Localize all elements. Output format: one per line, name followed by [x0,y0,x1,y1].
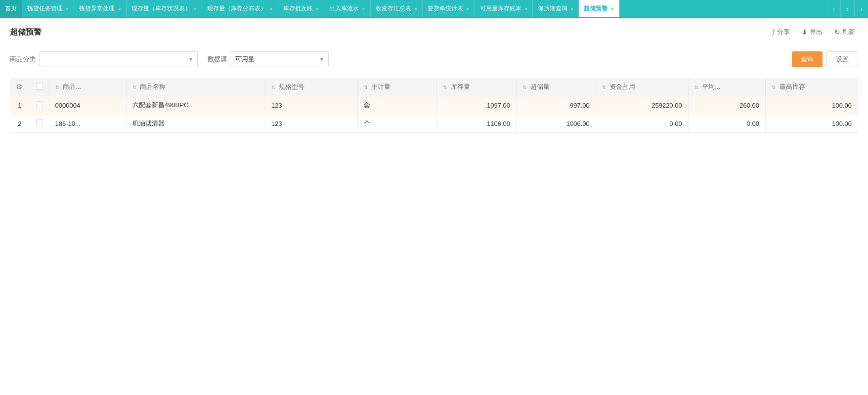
nav-tab-10-close[interactable]: × [570,6,573,12]
data-table: ⚙ ⇅ 商品... ⇅ 商品名称 ⇅ 规格型号 ⇅ [10,78,858,133]
nav-tab-8-close[interactable]: × [466,6,469,12]
cell-capital: 259220.00 [596,96,688,115]
col-product-name[interactable]: ⇅ 商品名称 [126,78,265,96]
nav-tab-3-label: 现存量（库存状况表） [131,4,191,13]
nav-tab-10[interactable]: 保质期查询 × [533,0,579,18]
nav-tab-1-label: 拣货任务管理 [27,4,63,13]
cell-unit: 个 [357,115,437,133]
nav-tab-5-label: 库存批次账 [283,4,313,13]
nav-tab-11-close[interactable]: × [610,6,613,12]
col-check-header [30,78,49,96]
col-overstock[interactable]: ⇅ 超储量 [517,78,596,96]
nav-tab-11[interactable]: 超储预警 × [579,0,619,18]
header-actions: ⤴ 分享 ⬇ 导出 ↻ 刷新 [769,26,858,39]
sort-icon-name: ⇅ [132,84,136,90]
nav-tab-5[interactable]: 库存批次账 × [278,0,324,18]
col-overstock-label: 超储量 [530,83,550,90]
cell-max-stock: 100.00 [766,115,858,133]
refresh-icon: ↻ [834,28,840,36]
col-product-code[interactable]: ⇅ 商品... [49,78,126,96]
nav-tab-home[interactable]: 首页 [0,0,22,18]
nav-tab-2[interactable]: 拣货异常处理 × [74,0,126,18]
row-check[interactable] [30,96,49,115]
page-content: 超储预警 ⤴ 分享 ⬇ 导出 ↻ 刷新 商品分类 ▾ 数据源 [0,18,868,395]
row-num: 1 [10,96,30,115]
sort-icon-avg: ⇅ [694,84,698,90]
nav-tab-1-close[interactable]: × [66,6,69,12]
datasource-label: 数据源 [208,55,227,64]
row-checkbox[interactable] [36,119,43,126]
filter-bar: 商品分类 ▾ 数据源 可用量 ▾ 查询 设置 [10,46,858,72]
nav-prev-btn[interactable]: ‹ [826,0,840,18]
nav-tab-9-close[interactable]: × [524,6,527,12]
sort-icon-stock: ⇅ [443,84,447,90]
col-spec-label: 规格型号 [279,83,304,90]
col-avg[interactable]: ⇅ 平均... [688,78,765,96]
nav-tab-4[interactable]: 现存量（库存分布表） × [202,0,278,18]
col-max-stock-label: 最高库存 [780,83,805,90]
share-button[interactable]: ⤴ 分享 [769,26,793,39]
col-stock[interactable]: ⇅ 库存量 [437,78,517,96]
cell-max-stock: 100.00 [766,96,858,115]
export-button[interactable]: ⬇ 导出 [799,26,825,39]
nav-tab-8[interactable]: 要货单统计表 × [423,0,475,18]
sort-icon-max: ⇅ [772,84,776,90]
nav-tab-7-close[interactable]: × [414,6,417,12]
category-arrow-icon: ▾ [189,56,192,63]
cell-unit: 套 [357,96,437,115]
cell-overstock: 1006.00 [517,115,596,133]
nav-tab-1[interactable]: 拣货任务管理 × [22,0,74,18]
nav-tab-6-label: 出入库流水 [329,4,359,13]
nav-tab-3-close[interactable]: × [194,6,197,12]
cell-avg: 260.00 [688,96,765,115]
cell-product-code: 0000004 [49,96,126,115]
sort-icon-spec: ⇅ [271,84,275,90]
table-row: 2 186-10... 机油滤清器 123 个 1106.00 1006.00 … [10,115,858,133]
select-all-checkbox[interactable] [36,83,43,90]
datasource-select[interactable]: 可用量 ▾ [230,51,329,67]
query-button[interactable]: 查询 [792,51,823,67]
row-checkbox[interactable] [36,101,43,108]
nav-tab-home-label: 首页 [5,4,17,13]
filter-actions: 查询 设置 [792,51,858,67]
nav-tab-10-label: 保质期查询 [538,4,567,13]
settings-gear-icon[interactable]: ⚙ [16,82,22,91]
nav-tab-6-close[interactable]: × [362,6,365,12]
nav-tab-7[interactable]: 收发存汇总表 × [371,0,423,18]
nav-arrows: ‹ › › [826,0,868,18]
nav-tab-2-close[interactable]: × [118,6,121,12]
nav-tab-6[interactable]: 出入库流水 × [324,0,370,18]
nav-more-btn[interactable]: › [854,0,868,18]
sort-icon-code: ⇅ [55,84,59,90]
col-gear: ⚙ [10,78,30,96]
share-label: 分享 [777,28,790,37]
nav-tab-3[interactable]: 现存量（库存状况表） × [127,0,202,18]
cell-product-name: 机油滤清器 [126,115,265,133]
cell-capital: 0.00 [596,115,688,133]
nav-tab-5-close[interactable]: × [316,6,319,12]
refresh-label: 刷新 [842,28,855,37]
cell-spec: 123 [265,96,357,115]
settings-button[interactable]: 设置 [826,51,858,67]
cell-stock: 1097.00 [437,96,517,115]
sort-icon-unit: ⇅ [364,84,368,90]
col-capital[interactable]: ⇅ 资金占用 [596,78,688,96]
row-check[interactable] [30,115,49,133]
nav-next-btn[interactable]: › [840,0,854,18]
col-unit[interactable]: ⇅ 主计量 [357,78,437,96]
col-product-name-label: 商品名称 [140,83,166,90]
col-capital-label: 资金占用 [609,83,635,90]
nav-tab-4-close[interactable]: × [269,6,272,12]
refresh-button[interactable]: ↻ 刷新 [831,26,858,39]
col-max-stock[interactable]: ⇅ 最高库存 [766,78,858,96]
sort-icon-capital: ⇅ [602,84,606,90]
nav-tab-9[interactable]: 可用量库存账本 × [475,0,533,18]
datasource-arrow-icon: ▾ [320,56,323,63]
cell-product-code: 186-10... [49,115,126,133]
nav-tab-7-label: 收发存汇总表 [376,4,411,13]
category-select[interactable]: ▾ [40,51,198,67]
col-spec[interactable]: ⇅ 规格型号 [265,78,357,96]
nav-tab-11-label: 超储预警 [584,4,608,13]
row-num: 2 [10,115,30,133]
share-icon: ⤴ [772,28,775,36]
